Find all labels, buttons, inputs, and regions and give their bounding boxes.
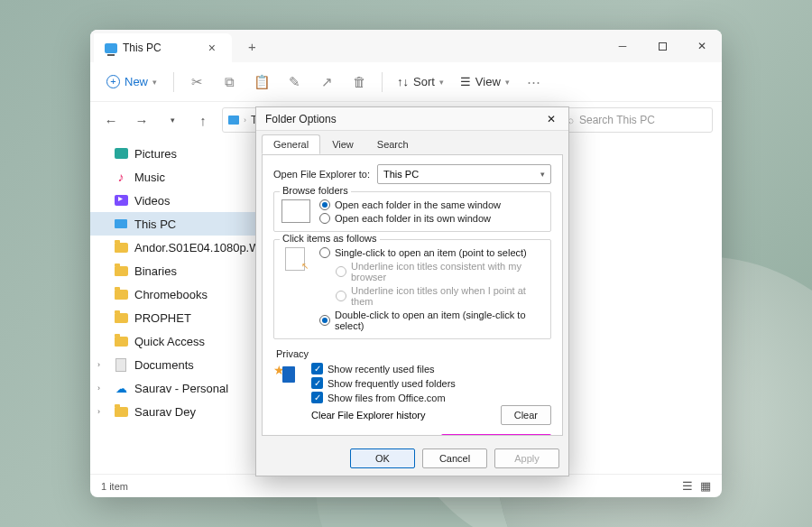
plus-circle-icon: + <box>106 75 120 88</box>
check-recent-files[interactable]: ✓Show recently used files <box>311 363 551 374</box>
minimize-button[interactable]: ─ <box>603 30 642 62</box>
chevron-down-icon: ▾ <box>540 170 545 179</box>
toolbar: + New ▾ ✂ ⧉ 📋 ✎ ↗ 🗑 ↑↓ Sort ▾ ☰ View ▾ ⋯ <box>90 62 722 102</box>
sidebar-item-music[interactable]: ♪Music <box>90 165 262 189</box>
copy-icon[interactable]: ⧉ <box>216 69 243 96</box>
details-view-icon[interactable]: ☰ <box>682 479 693 493</box>
open-to-label: Open File Explorer to: <box>273 169 370 180</box>
sidebar-item-onedrive[interactable]: ›☁Saurav - Personal <box>90 376 262 400</box>
view-icon: ☰ <box>460 75 471 88</box>
cut-icon[interactable]: ✂ <box>183 69 210 96</box>
paste-icon[interactable]: 📋 <box>248 69 275 96</box>
radio-double-click[interactable]: Double-click to open an item (single-cli… <box>319 310 543 331</box>
pc-icon <box>105 43 117 53</box>
view-button[interactable]: ☰ View ▾ <box>455 71 515 92</box>
sidebar-item-folder[interactable]: Quick Access <box>90 329 262 353</box>
chevron-right-icon[interactable]: › <box>97 384 100 393</box>
close-tab-icon[interactable]: × <box>203 41 221 55</box>
sidebar-item-pictures[interactable]: Pictures <box>90 142 262 165</box>
dialog-body: Open File Explorer to: This PC ▾ Browse … <box>262 154 563 436</box>
radio-same-window[interactable]: Open each folder in the same window <box>319 199 543 210</box>
chevron-right-icon[interactable]: › <box>97 360 100 369</box>
sort-button[interactable]: ↑↓ Sort ▾ <box>392 71 449 92</box>
check-frequent-folders[interactable]: ✓Show frequently used folders <box>311 377 551 389</box>
close-dialog-button[interactable]: ✕ <box>543 113 559 125</box>
close-window-button[interactable]: ✕ <box>682 30 722 62</box>
back-button[interactable]: ← <box>99 108 123 132</box>
sidebar-item-folder[interactable]: PROPHET <box>90 306 262 329</box>
sidebar-item-folder[interactable]: Andor.S01E04.1080p.WEB <box>90 236 262 259</box>
radio-single-click[interactable]: Single-click to open an item (point to s… <box>319 247 543 258</box>
forward-button[interactable]: → <box>130 108 153 132</box>
radio-underline-browser: Underline icon titles consistent with my… <box>336 261 543 282</box>
click-items-group: Click items as follows Single-click to o… <box>273 239 551 339</box>
maximize-button[interactable] <box>642 30 682 62</box>
window-icon <box>281 199 310 223</box>
sidebar: Pictures ♪Music Videos This PC Andor.S01… <box>90 138 262 474</box>
rename-icon[interactable]: ✎ <box>281 69 308 96</box>
clear-history-label: Clear File Explorer history <box>311 410 426 421</box>
privacy-group: Privacy ✓Show recently used files ✓Show … <box>273 347 551 427</box>
browse-folders-group: Browse folders Open each folder in the s… <box>273 191 551 232</box>
recent-chevron-icon[interactable]: ▾ <box>161 108 184 132</box>
sidebar-item-user[interactable]: ›Saurav Dey <box>90 400 262 423</box>
dialog-tabs: General View Search <box>256 131 568 154</box>
sidebar-item-this-pc[interactable]: This PC <box>90 212 262 236</box>
tab-title: This PC <box>123 42 161 54</box>
sidebar-item-folder[interactable]: Chromebooks <box>90 282 262 306</box>
icons-view-icon[interactable]: ▦ <box>700 479 711 493</box>
check-office-files[interactable]: ✓Show files from Office.com <box>311 392 551 403</box>
tab-search[interactable]: Search <box>365 134 420 154</box>
share-icon[interactable]: ↗ <box>313 69 340 96</box>
privacy-icon <box>273 363 302 386</box>
sidebar-item-videos[interactable]: Videos <box>90 189 262 212</box>
dialog-titlebar: Folder Options ✕ <box>256 107 568 131</box>
sidebar-item-folder[interactable]: Binaries <box>90 259 262 282</box>
new-tab-button[interactable]: + <box>241 39 263 54</box>
tab-view[interactable]: View <box>320 134 365 154</box>
apply-button[interactable]: Apply <box>494 448 559 468</box>
delete-icon[interactable]: 🗑 <box>346 69 373 96</box>
tab-general[interactable]: General <box>262 134 320 154</box>
dialog-buttons: OK Cancel Apply <box>256 441 568 476</box>
ok-button[interactable]: OK <box>350 448 415 468</box>
search-input[interactable]: ⌕ Search This PC <box>559 107 713 133</box>
pc-icon <box>228 116 239 125</box>
radio-underline-hover: Underline icon titles only when I point … <box>336 285 543 307</box>
music-icon: ♪ <box>114 170 128 184</box>
titlebar: This PC × + ─ ✕ <box>90 30 722 62</box>
active-tab[interactable]: This PC × <box>94 33 232 62</box>
open-to-combo[interactable]: This PC ▾ <box>377 164 551 184</box>
sidebar-item-documents[interactable]: ›Documents <box>90 353 262 376</box>
status-bar: 1 item ☰ ▦ <box>90 474 722 497</box>
cancel-button[interactable]: Cancel <box>422 448 487 468</box>
chevron-right-icon[interactable]: › <box>97 407 100 416</box>
restore-highlight: Restore Defaults <box>441 434 551 436</box>
click-icon <box>281 247 310 271</box>
clear-button[interactable]: Clear <box>501 405 551 425</box>
chevron-down-icon: ▾ <box>152 78 157 87</box>
folder-options-dialog: Folder Options ✕ General View Search Ope… <box>255 106 569 476</box>
radio-own-window[interactable]: Open each folder in its own window <box>319 213 543 224</box>
new-button[interactable]: + New ▾ <box>99 71 164 92</box>
up-button[interactable]: ↑ <box>191 108 215 132</box>
cloud-icon: ☁ <box>114 381 128 395</box>
more-icon[interactable]: ⋯ <box>521 69 548 96</box>
sort-icon: ↑↓ <box>397 75 409 88</box>
